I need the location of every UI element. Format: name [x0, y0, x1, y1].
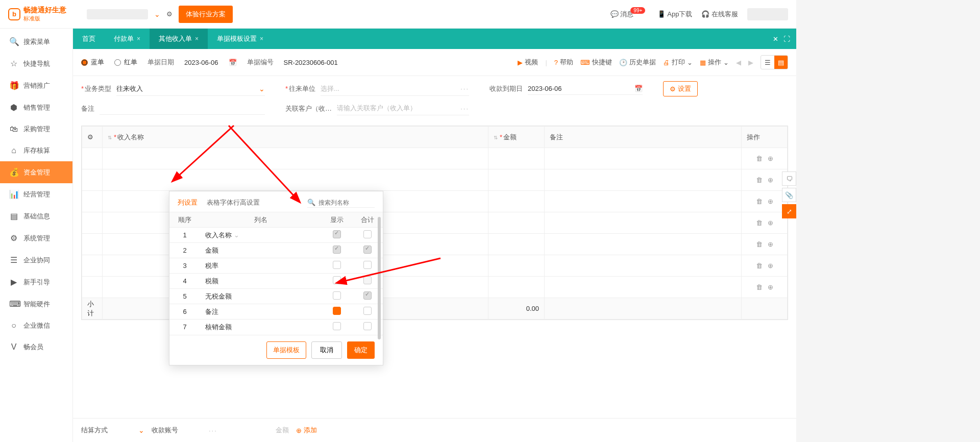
checkbox-checked-icon[interactable] — [333, 307, 341, 315]
sidebar-item[interactable]: ⌂库存核算 — [0, 140, 72, 161]
checkbox-checked-icon[interactable] — [333, 230, 341, 238]
due-date-input[interactable]: 2023-06-06📅 — [528, 83, 643, 95]
sidebar-item[interactable]: ○企业微信 — [0, 315, 72, 336]
th-remark[interactable]: 备注 — [550, 133, 563, 141]
shortcut-link[interactable]: ⌨快捷键 — [580, 58, 612, 67]
sidebar-item[interactable]: 🎁营销推广 — [0, 75, 72, 96]
checkbox-icon[interactable] — [363, 307, 372, 315]
avatar[interactable] — [747, 8, 788, 20]
checkbox-checked-icon[interactable] — [333, 245, 341, 254]
checkbox-icon[interactable] — [363, 322, 372, 330]
delete-icon[interactable]: 🗑 — [756, 155, 763, 162]
message-link[interactable]: 💬 消息99+ — [610, 10, 649, 19]
popup-row[interactable]: 5无税金额 — [169, 289, 383, 304]
ok-button[interactable]: 确定 — [347, 341, 375, 359]
radio-blue[interactable]: 蓝单 — [81, 58, 104, 67]
th-income[interactable]: 收入名称 — [117, 133, 144, 141]
add-row-icon[interactable]: ⊕ — [768, 176, 773, 184]
account-select[interactable]: 收款账号··· — [152, 426, 217, 435]
sidebar-item[interactable]: 📊经营管理 — [0, 183, 72, 205]
prev-icon[interactable]: ◀ — [736, 59, 741, 66]
trial-button[interactable]: 体验行业方案 — [179, 6, 233, 23]
table-row[interactable]: 🗑⊕ — [82, 148, 788, 169]
popup-row[interactable]: 3税率 — [169, 258, 383, 274]
popup-search-input[interactable] — [318, 199, 375, 206]
tab[interactable]: 单据模板设置× — [208, 29, 273, 49]
tab-close-icon[interactable]: ✕ — [773, 35, 778, 43]
party-select[interactable]: 选择...··· — [321, 82, 469, 96]
delete-icon[interactable]: 🗑 — [756, 283, 763, 291]
sidebar-item[interactable]: 💰资金管理 — [0, 161, 72, 183]
settle-method[interactable]: 结算方式⌄ — [81, 426, 144, 435]
delete-icon[interactable]: 🗑 — [756, 176, 763, 184]
delete-icon[interactable]: 🗑 — [756, 198, 763, 205]
popup-row[interactable]: 7核销金额 — [169, 320, 383, 335]
add-button[interactable]: ⊕添加 — [296, 426, 317, 435]
layout-card-icon[interactable]: ▤ — [774, 56, 788, 69]
popup-tab-columns[interactable]: 列设置 — [178, 198, 198, 207]
app-download-link[interactable]: 📱 App下载 — [657, 10, 692, 19]
tab-close-icon[interactable]: × — [260, 35, 263, 42]
sidebar-item[interactable]: 🛍采购管理 — [0, 118, 72, 140]
cancel-button[interactable]: 取消 — [311, 341, 342, 359]
sidebar-item[interactable]: ▤基础信息 — [0, 205, 72, 227]
tab-close-icon[interactable]: × — [195, 35, 199, 42]
radio-red[interactable]: 红单 — [114, 58, 137, 67]
popup-row[interactable]: 2金额 — [169, 243, 383, 258]
layout-list-icon[interactable]: ☰ — [761, 56, 774, 69]
float-attach-icon[interactable]: 📎 — [782, 188, 796, 202]
sidebar-item[interactable]: ☆快捷导航 — [0, 53, 72, 75]
link-input[interactable]: 请输入关联客户（收入单）··· — [337, 102, 469, 115]
biz-type-select[interactable]: 往来收入⌄ — [116, 82, 265, 96]
checkbox-checked-icon[interactable] — [363, 245, 372, 254]
float-expand-icon[interactable]: ⤢ — [782, 204, 796, 218]
sidebar-item[interactable]: ☰企业协同 — [0, 249, 72, 271]
checkbox-icon[interactable] — [333, 276, 341, 284]
sidebar-item[interactable]: ⬢销售管理 — [0, 96, 72, 118]
tab[interactable]: 首页 — [73, 29, 105, 49]
tab-expand-icon[interactable]: ⛶ — [783, 35, 790, 43]
chevron-down-icon[interactable]: ⌄ — [154, 10, 160, 18]
sidebar-item[interactable]: 🔍搜索菜单 — [0, 31, 72, 53]
checkbox-icon[interactable] — [333, 291, 341, 300]
history-link[interactable]: 🕑历史单据 — [619, 58, 656, 67]
checkbox-checked-icon[interactable] — [363, 291, 372, 300]
float-note-icon[interactable]: 🗨 — [782, 171, 796, 186]
sidebar-item[interactable]: V畅会员 — [0, 336, 72, 358]
popup-row[interactable]: 1收入名称 ⌄ — [169, 228, 383, 243]
date-value[interactable]: 2023-06-06 — [184, 59, 218, 66]
sidebar-item[interactable]: ▶新手引导 — [0, 271, 72, 293]
delete-icon[interactable]: 🗑 — [756, 262, 763, 269]
chevron-down-icon[interactable]: ⌄ — [234, 231, 239, 239]
tab-close-icon[interactable]: × — [137, 35, 140, 42]
print-link[interactable]: 🖨打印 ⌄ — [663, 58, 693, 67]
calendar-icon[interactable]: 📅 — [229, 59, 237, 66]
tab[interactable]: 其他收入单× — [150, 29, 208, 49]
add-row-icon[interactable]: ⊕ — [768, 262, 773, 269]
sidebar-item[interactable]: ⚙系统管理 — [0, 227, 72, 249]
remark-input[interactable] — [100, 103, 265, 115]
settings-button[interactable]: ⚙设置 — [663, 81, 698, 96]
add-row-icon[interactable]: ⊕ — [768, 219, 773, 227]
sidebar-item[interactable]: ⌨智能硬件 — [0, 293, 72, 315]
ops-link[interactable]: ▦操作 ⌄ — [700, 58, 729, 67]
add-row-icon[interactable]: ⊕ — [768, 240, 773, 248]
cog-icon[interactable]: ⚙ — [87, 133, 93, 141]
popup-tab-font[interactable]: 表格字体行高设置 — [207, 198, 260, 207]
service-link[interactable]: 🎧 在线客服 — [701, 10, 738, 19]
table-row[interactable]: 🗑⊕ — [82, 169, 788, 191]
help-link[interactable]: ?帮助 — [554, 58, 573, 67]
checkbox-icon[interactable] — [333, 322, 341, 330]
delete-icon[interactable]: 🗑 — [756, 219, 763, 227]
popup-row[interactable]: 4税额 — [169, 274, 383, 289]
layout-toggle[interactable]: ☰ ▤ — [761, 55, 788, 69]
video-link[interactable]: ▶视频 — [518, 58, 538, 67]
add-row-icon[interactable]: ⊕ — [768, 283, 773, 291]
checkbox-icon[interactable] — [363, 230, 372, 238]
scrollbar[interactable] — [378, 217, 381, 339]
add-row-icon[interactable]: ⊕ — [768, 155, 773, 162]
next-icon[interactable]: ▶ — [748, 59, 753, 66]
checkbox-icon[interactable] — [333, 261, 341, 269]
checkbox-icon[interactable] — [363, 261, 372, 269]
tab[interactable]: 付款单× — [105, 29, 150, 49]
